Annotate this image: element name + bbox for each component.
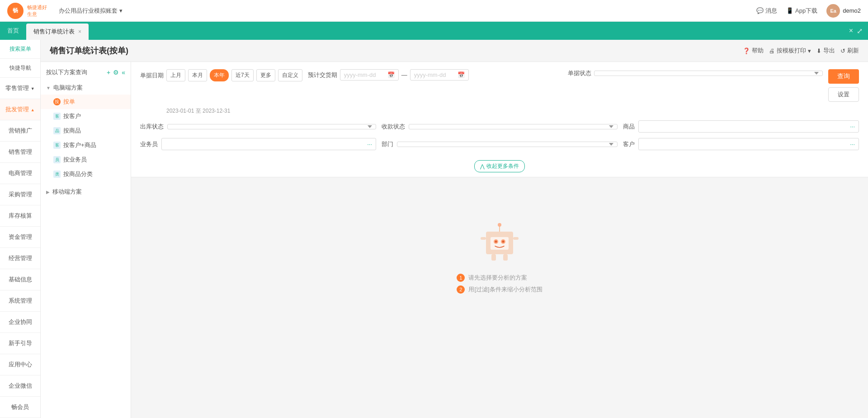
empty-state: 1 请先选择要分析的方案 2 用[过滤]条件来缩小分析范围: [131, 177, 868, 330]
tab-minimize-button[interactable]: ×: [849, 27, 853, 35]
product-label: 商品: [623, 123, 635, 131]
logo-area: 畅 畅捷通好生意: [7, 3, 48, 19]
filter-row-2: 出库状态 收款状态 商品 ···: [140, 120, 859, 133]
empty-illustration: [472, 214, 527, 265]
scheme-panel: 按以下方案查询 + ⚙ « ▼ 电脑端方案 按 按单: [41, 62, 131, 418]
sidebar-item-cooperation[interactable]: 企业协同: [0, 312, 40, 333]
salesperson-input[interactable]: ···: [161, 138, 376, 150]
message-button[interactable]: 💬 消息: [756, 7, 777, 15]
sidebar-item-wechat[interactable]: 企业微信: [0, 375, 40, 397]
collection-status-select[interactable]: [409, 124, 618, 129]
sidebar-item-system[interactable]: 系统管理: [0, 290, 40, 312]
sidebar-item-operation[interactable]: 经营管理: [0, 248, 40, 269]
sidebar-item-wholesale[interactable]: 批发管理 ▲: [0, 99, 40, 120]
sidebar-item-basic[interactable]: 基础信息: [0, 269, 40, 290]
customer-group: 客户 ···: [623, 138, 859, 150]
date-range-text: 2023-01-01 至 2023-12-31: [166, 107, 859, 115]
date-btn-custom[interactable]: 自定义: [278, 69, 302, 81]
expected-delivery-group: 预计交货期 yyyy-mm-dd 📅 — yyyy-mm-dd 📅: [308, 69, 563, 81]
scheme-item-by-customer-product[interactable]: 客 按客户+商品: [41, 138, 131, 152]
scheme-by-product-icon: 品: [53, 127, 61, 134]
print-button[interactable]: 🖨 按模板打印 ▾: [769, 47, 811, 55]
scheme-by-customer-label: 按客户: [63, 112, 81, 120]
delivery-status-select[interactable]: [167, 124, 376, 129]
date-start-input[interactable]: yyyy-mm-dd 📅: [340, 69, 399, 81]
help-label: 帮助: [752, 47, 764, 55]
settings-button[interactable]: 设置: [828, 87, 859, 102]
help-icon: ❓: [743, 48, 750, 54]
date-end-input[interactable]: yyyy-mm-dd 📅: [410, 69, 469, 81]
export-button[interactable]: ⬇ 导出: [816, 47, 835, 55]
sidebar-item-finance[interactable]: 资金管理: [0, 227, 40, 248]
scheme-item-by-order[interactable]: 按 按单: [41, 95, 131, 109]
tab-sales-order-stat[interactable]: 销售订单统计表 ×: [26, 24, 89, 40]
date-filter-group: 单据日期 上月 本月 本年 近7天 更多 自定义: [140, 69, 302, 81]
tab-close-icon[interactable]: ×: [78, 28, 81, 35]
tip-text-2: 用[过滤]条件来缩小分析范围: [468, 285, 542, 294]
sidebar-item-ecommerce[interactable]: 电商管理: [0, 163, 40, 184]
date-btn-last-7days[interactable]: 近7天: [231, 69, 254, 81]
sidebar-item-newbie[interactable]: 新手引导: [0, 333, 40, 354]
department-select[interactable]: [397, 142, 618, 147]
collapse-bar: ⋀ 收起更多条件: [140, 156, 859, 177]
sidebar-search[interactable]: 搜索菜单: [0, 40, 40, 59]
sidebar-item-marketing[interactable]: 营销推广: [0, 120, 40, 142]
department-group: 部门: [382, 140, 618, 148]
refresh-button[interactable]: ↺ 刷新: [840, 47, 859, 55]
main-layout: 搜索菜单 快捷导航 零售管理 ▼ 批发管理 ▲ 营销推广 销售管理 电商管理 采…: [0, 40, 868, 418]
scheme-by-sales-icon: 员: [53, 156, 61, 163]
sidebar-item-member[interactable]: 畅会员: [0, 397, 40, 418]
svg-rect-9: [513, 237, 519, 240]
logo-text: 畅捷通好生意: [27, 4, 48, 17]
date-btn-this-year[interactable]: 本年: [210, 69, 229, 81]
help-button[interactable]: ❓ 帮助: [743, 47, 764, 55]
sidebar-item-purchase[interactable]: 采购管理: [0, 184, 40, 205]
user-profile[interactable]: Ea demo2: [826, 4, 861, 18]
app-download-icon: 📱: [786, 7, 793, 14]
store-selector[interactable]: 办公用品行业模拟账套 ▾: [55, 5, 126, 17]
query-button[interactable]: 查询: [828, 69, 859, 84]
date-btn-last-month[interactable]: 上月: [166, 69, 185, 81]
svg-rect-10: [491, 254, 496, 261]
sidebar-item-inventory[interactable]: 库存核算: [0, 205, 40, 227]
scheme-item-by-salesperson[interactable]: 员 按业务员: [41, 152, 131, 167]
collapse-button[interactable]: ⋀ 收起更多条件: [474, 160, 525, 172]
sidebar-item-sales[interactable]: 销售管理: [0, 142, 40, 163]
tab-maximize-button[interactable]: ⤢: [857, 27, 863, 35]
tab-bar: 首页 销售订单统计表 × × ⤢: [0, 22, 868, 40]
sidebar-item-appcenter[interactable]: 应用中心: [0, 354, 40, 375]
scheme-item-by-customer[interactable]: 客 按客户: [41, 109, 131, 124]
app-download-button[interactable]: 📱 App下载: [786, 7, 817, 15]
tab-home[interactable]: 首页: [0, 22, 26, 40]
scheme-settings-icon[interactable]: ⚙: [113, 69, 119, 76]
svg-rect-11: [503, 254, 508, 261]
scheme-mobile-header[interactable]: ▶ 移动端方案: [41, 185, 131, 199]
sidebar-item-retail[interactable]: 零售管理 ▼: [0, 78, 40, 99]
page-title: 销售订单统计表(按单): [50, 45, 128, 56]
scheme-add-icon[interactable]: +: [107, 69, 110, 76]
scheme-collapse-icon[interactable]: «: [122, 69, 125, 76]
app-download-label: App下载: [795, 7, 817, 15]
customer-input[interactable]: ···: [638, 138, 859, 150]
sidebar-quick-nav[interactable]: 快捷导航: [0, 59, 40, 78]
date-label: 单据日期: [140, 71, 164, 80]
scheme-item-by-product-category[interactable]: 类 按商品分类: [41, 167, 131, 181]
delivery-status-label: 出库状态: [140, 123, 164, 131]
scheme-item-by-product[interactable]: 品 按商品: [41, 124, 131, 138]
content-area: 销售订单统计表(按单) ❓ 帮助 🖨 按模板打印 ▾ ⬇ 导出 ↺ 刷新: [41, 40, 868, 418]
product-group: 商品 ···: [623, 120, 859, 133]
tab-home-label: 首页: [7, 27, 19, 35]
scheme-pc-header[interactable]: ▼ 电脑端方案: [41, 81, 131, 95]
doc-status-select[interactable]: [594, 71, 823, 76]
message-icon: 💬: [756, 7, 764, 14]
date-separator: —: [401, 71, 407, 78]
collection-status-label: 收款状态: [382, 123, 405, 131]
scheme-pc-label: 电脑端方案: [53, 84, 83, 92]
date-btn-this-month[interactable]: 本月: [188, 69, 207, 81]
date-btn-more[interactable]: 更多: [256, 69, 275, 81]
collapse-arrow-icon: ⋀: [480, 163, 485, 170]
product-input[interactable]: ···: [638, 120, 859, 133]
refresh-label: 刷新: [847, 47, 859, 55]
collection-status-group: 收款状态: [382, 123, 618, 131]
scheme-by-order-label: 按单: [63, 98, 75, 106]
